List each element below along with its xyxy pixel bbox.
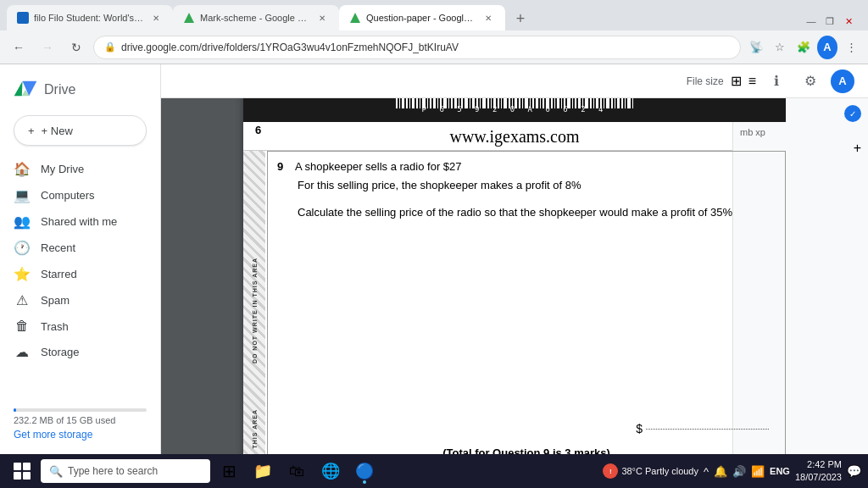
back-button[interactable]: ← [7,36,31,59]
win-sq-4 [23,472,31,480]
svg-rect-68 [615,98,615,108]
get-more-storage-link[interactable]: Get more storage [14,429,147,441]
info-icon[interactable]: ℹ [763,68,790,95]
my-drive-icon: 🏠 [14,161,31,177]
markscheme-favicon [183,12,195,24]
clock-time: 2:42 PM [795,458,842,471]
search-icon: 🔍 [49,465,63,478]
tab-markscheme[interactable]: Mark-scheme - Google Drive ✕ [173,5,339,30]
trash-label: Trash [41,320,69,333]
browser-frame: filo Filo Student: World's Only Li... ✕ … [0,0,868,488]
weather-alert-icon: ! [603,463,618,479]
taskbar-search[interactable]: 🔍 Type here to search [41,459,210,483]
network-icon[interactable]: 📶 [751,465,765,478]
notifications-icon[interactable]: 🔔 [714,465,727,478]
tab-filo[interactable]: filo Filo Student: World's Only Li... ✕ [7,5,173,30]
new-tab-button[interactable]: + [509,7,532,30]
svg-rect-7 [399,98,400,108]
cast-icon[interactable]: 📡 [746,37,766,58]
weather-text: 38°C Partly cloudy [621,466,698,476]
list-view-icon[interactable]: ≡ [748,74,756,89]
address-bar-icons: 📡 ☆ 🧩 A ⋮ [746,37,861,58]
clock-widget[interactable]: 2:42 PM 18/07/2023 [795,458,842,485]
drive-logo: Drive [0,71,160,112]
new-icon: + [28,125,35,137]
weather-widget[interactable]: ! 38°C Partly cloudy [603,463,698,479]
start-button[interactable] [7,456,37,486]
browser-body: Drive + + New 🏠 My Drive 💻 Computers 👥 S… [0,64,868,454]
dollar-sign: $ [636,422,643,435]
language-indicator[interactable]: ENG [770,466,790,476]
task-view-button[interactable]: ⊞ [214,456,244,486]
svg-rect-73 [632,98,633,108]
notification-center-icon[interactable]: 💬 [847,464,861,478]
drive-logo-icon [14,78,37,102]
tab-questionpaper[interactable]: Question-paper - Google Drive ✕ [339,5,505,30]
close-button[interactable]: ✕ [843,15,854,27]
recent-label: Recent [41,241,75,254]
chrome-browser-icon: 🔵 [355,462,374,480]
svg-rect-9 [406,98,408,108]
clock-date: 18/07/2023 [795,471,842,484]
tab-filo-close[interactable]: ✕ [149,11,163,25]
add-icon[interactable]: + [854,141,861,156]
tab-filo-label: filo Filo Student: World's Only Li... [34,13,144,23]
more-options[interactable]: ⋮ [841,37,861,58]
edge-icon[interactable]: 🌐 [315,456,346,486]
search-placeholder-text: Type here to search [68,465,158,477]
barcode-text: P 6 5 9 2 0 A 0 6 2 4 [422,105,608,114]
total-marks-text: (Total for Question 9 is 3 marks) [442,446,610,454]
sidebar-item-starred[interactable]: ⭐ Starred [0,261,153,287]
sidebar-item-trash[interactable]: 🗑 Trash [0,313,153,339]
svg-marker-2 [14,81,23,97]
sidebar-item-computers[interactable]: 💻 Computers [0,182,153,208]
sidebar-item-shared[interactable]: 👥 Shared with me [0,208,153,235]
new-button[interactable]: + + New [14,115,147,146]
recent-icon: 🕐 [14,240,31,256]
folder-icon: 📁 [253,462,272,480]
settings-icon[interactable]: ⚙ [797,68,824,95]
reload-button[interactable]: ↻ [64,36,88,59]
extension-icon[interactable]: 🧩 [793,37,814,58]
svg-rect-70 [621,98,623,108]
starred-label: Starred [41,268,77,280]
file-size-label: File size [687,75,724,87]
sidebar-item-recent[interactable]: 🕐 Recent [0,235,153,261]
user-avatar[interactable]: A [831,69,854,93]
edge-browser-icon: 🌐 [321,462,340,480]
svg-rect-67 [611,98,613,108]
sidebar-item-my-drive[interactable]: 🏠 My Drive [0,156,153,182]
shared-label: Shared with me [41,215,117,228]
svg-rect-6 [396,98,398,108]
tab-questionpaper-close[interactable]: ✕ [481,11,495,25]
toolbar-right: File size ⊞ ≡ ℹ ⚙ A [687,68,854,95]
win-sq-2 [23,463,31,470]
storage-fill [14,408,16,412]
profile-menu[interactable]: A [817,37,837,58]
chrome-icon[interactable]: 🔵 [349,456,380,486]
page-number: 6 [255,124,261,136]
maximize-button[interactable]: ❐ [824,15,836,27]
answer-area: $ [636,422,769,435]
bookmark-icon[interactable]: ☆ [770,37,790,58]
volume-icon[interactable]: 🔊 [732,465,746,478]
svg-rect-72 [627,98,631,108]
windows-icon [14,463,31,480]
url-bar[interactable]: 🔒 drive.google.com/drive/folders/1YROaG3… [93,36,741,59]
store-icon[interactable]: 🛍 [281,456,312,486]
win-sq-1 [14,463,21,470]
file-explorer-icon[interactable]: 📁 [248,456,278,486]
sidebar-item-storage[interactable]: ☁ Storage [0,339,153,365]
barcode-container: P 6 5 9 2 0 A 0 6 2 4 [243,98,786,114]
grid-view-icon[interactable]: ⊞ [731,73,742,89]
drive-toolbar: File size ⊞ ≡ ℹ ⚙ A [161,64,868,98]
sidebar-item-spam[interactable]: ⚠ Spam [0,287,153,313]
taskbar: 🔍 Type here to search ⊞ 📁 🛍 🌐 🔵 ! 38°C P… [0,454,868,488]
minimize-button[interactable]: — [805,15,817,27]
tab-markscheme-close[interactable]: ✕ [315,11,329,25]
forward-button[interactable]: → [36,36,59,59]
starred-icon: ⭐ [14,266,31,282]
up-arrow-icon[interactable]: ^ [704,465,709,478]
storage-section: 232.2 MB of 15 GB used Get more storage [0,398,160,447]
active-indicator [363,480,366,484]
